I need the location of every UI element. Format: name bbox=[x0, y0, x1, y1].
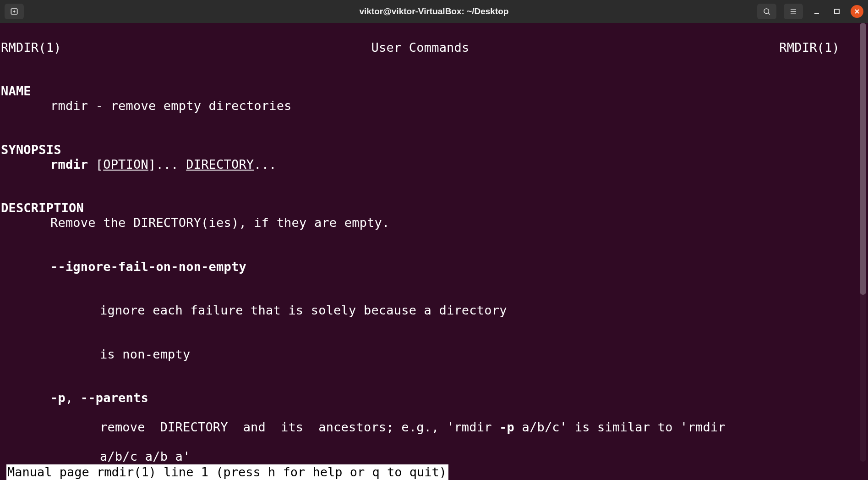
new-tab-button[interactable] bbox=[5, 4, 24, 19]
option-p-long: --parents bbox=[81, 391, 148, 405]
option-parents-desc-text: a/b/c' is similar to 'rmdir bbox=[514, 420, 726, 434]
section-heading-description: DESCRIPTION bbox=[1, 201, 84, 215]
synopsis-text: [ bbox=[88, 157, 103, 171]
option-ignore-fail-flag: --ignore-fail-on-non-empty bbox=[1, 259, 867, 274]
svg-point-1 bbox=[764, 9, 769, 14]
manpage-content: RMDIR(1)User CommandsRMDIR(1) NAME rmdir… bbox=[0, 23, 868, 480]
manpage-header-row: RMDIR(1)User CommandsRMDIR(1) bbox=[1, 40, 867, 55]
minimize-button[interactable] bbox=[810, 5, 823, 18]
option-parents-desc: a/b/c a/b a' bbox=[1, 449, 867, 464]
synopsis-line: rmdir [OPTION]... DIRECTORY... bbox=[1, 157, 867, 172]
svg-line-2 bbox=[768, 13, 770, 14]
maximize-button[interactable] bbox=[830, 5, 843, 18]
synopsis-text: ]... bbox=[148, 157, 186, 171]
option-parents-flag: -p, --parents bbox=[1, 391, 867, 405]
section-heading-synopsis: SYNOPSIS bbox=[1, 143, 61, 157]
option-parents-desc-text: remove DIRECTORY and its ancestors; e.g.… bbox=[100, 420, 499, 434]
description-line: Remove the DIRECTORY(ies), if they are e… bbox=[1, 215, 867, 230]
option-p-short: -p bbox=[50, 391, 66, 405]
search-button[interactable] bbox=[757, 4, 776, 19]
window-titlebar: viktor@viktor-VirtualBox: ~/Desktop bbox=[0, 0, 868, 23]
terminal-viewport[interactable]: RMDIR(1)User CommandsRMDIR(1) NAME rmdir… bbox=[0, 23, 868, 480]
titlebar-right bbox=[757, 4, 863, 19]
scrollbar-thumb[interactable] bbox=[860, 23, 866, 295]
hamburger-menu-button[interactable] bbox=[784, 4, 803, 19]
synopsis-directory: DIRECTORY bbox=[186, 157, 254, 171]
vertical-scrollbar[interactable] bbox=[860, 23, 866, 462]
titlebar-left bbox=[0, 4, 24, 19]
synopsis-command: rmdir bbox=[50, 157, 88, 171]
name-line: rmdir - remove empty directories bbox=[1, 99, 867, 113]
manpage-header-right: RMDIR(1) bbox=[779, 40, 840, 55]
option-ignore-fail-desc: is non-empty bbox=[1, 347, 867, 362]
svg-rect-7 bbox=[835, 9, 839, 14]
option-parents-desc: remove DIRECTORY and its ancestors; e.g.… bbox=[1, 420, 867, 435]
manpage-header-center: User Commands bbox=[371, 40, 469, 55]
option-sep: , bbox=[66, 391, 81, 405]
section-heading-name: NAME bbox=[1, 84, 31, 98]
man-status-line: Manual page rmdir(1) line 1 (press h for… bbox=[6, 464, 448, 480]
synopsis-option: OPTION bbox=[103, 157, 148, 171]
option-parents-desc-bold: -p bbox=[499, 420, 514, 434]
manpage-header-left: RMDIR(1) bbox=[1, 40, 61, 55]
synopsis-text: ... bbox=[254, 157, 276, 171]
window-title: viktor@viktor-VirtualBox: ~/Desktop bbox=[360, 6, 509, 17]
close-button[interactable] bbox=[851, 5, 863, 18]
option-ignore-fail-desc: ignore each failure that is solely becau… bbox=[1, 303, 867, 318]
